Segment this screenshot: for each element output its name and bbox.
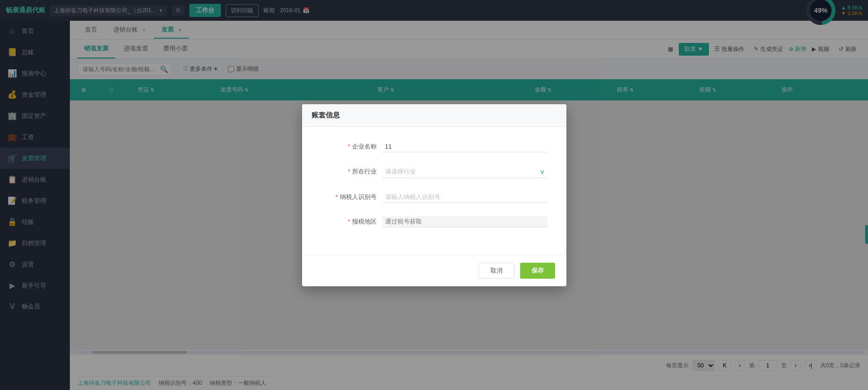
save-button[interactable]: 保存 xyxy=(520,263,555,279)
tax-region-input xyxy=(382,216,548,227)
company-name-input[interactable] xyxy=(382,141,548,152)
industry-select[interactable]: 请选择行业 ∨ xyxy=(382,166,548,178)
industry-dropdown-icon: ∨ xyxy=(540,168,545,175)
label-tax-id: * 纳税人识别号 xyxy=(321,193,382,201)
label-industry: * 所在行业 xyxy=(321,167,382,176)
form-row-company: * 企业名称 xyxy=(321,141,548,152)
modal-body: * 企业名称 * 所在行业 请选择行业 ∨ xyxy=(302,127,566,255)
cancel-button[interactable]: 取消 xyxy=(479,263,514,279)
modal-title: 账套信息 xyxy=(312,111,340,119)
modal-dialog: 账套信息 * 企业名称 * 所在行业 xyxy=(302,104,566,286)
modal-header: 账套信息 xyxy=(302,104,566,127)
modal-footer: 取消 保存 xyxy=(302,255,566,286)
form-row-industry: * 所在行业 请选择行业 ∨ xyxy=(321,166,548,178)
form-row-tax-id: * 纳税人识别号 xyxy=(321,191,548,203)
modal-overlay: 账套信息 * 企业名称 * 所在行业 xyxy=(0,0,868,390)
tax-id-input[interactable] xyxy=(382,191,548,203)
label-tax-region: * 报税地区 xyxy=(321,217,382,226)
app-container: 畅康通易代账 上海卯金刀电子科技有限公司_（台201... ▼ ⎘ 工作台 切到… xyxy=(0,0,868,390)
form-row-tax-region: * 报税地区 xyxy=(321,216,548,227)
industry-placeholder: 请选择行业 xyxy=(385,167,416,176)
label-company: * 企业名称 xyxy=(321,142,382,151)
